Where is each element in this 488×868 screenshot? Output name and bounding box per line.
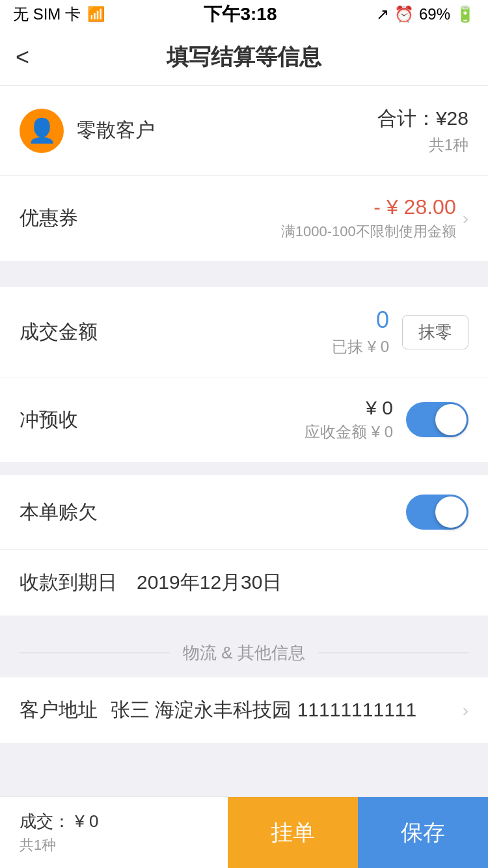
coupon-desc: 满1000-100不限制使用金额 xyxy=(281,222,456,241)
bottom-count-label: 共1种 xyxy=(20,835,208,855)
sim-label: 无 SIM 卡 xyxy=(13,4,81,25)
divider-1 xyxy=(0,274,488,287)
page-title: 填写结算等信息 xyxy=(167,42,321,72)
amount-sub: 已抹 ¥ 0 xyxy=(332,336,389,357)
transaction-card: 成交金额 0 已抹 ¥ 0 抹零 冲预收 ¥ 0 应收金额 ¥ 0 xyxy=(0,287,488,462)
hang-button[interactable]: 挂单 xyxy=(228,797,358,869)
customer-total: 合计：¥28 xyxy=(377,105,468,132)
pre-amount-wrap: ¥ 0 应收金额 ¥ 0 xyxy=(305,397,393,442)
status-bar: 无 SIM 卡 📶 下午3:18 ↗ ⏰ 69% 🔋 xyxy=(0,0,488,29)
amount-row: 成交金额 0 已抹 ¥ 0 抹零 xyxy=(0,287,488,377)
divider-2 xyxy=(0,462,488,475)
divider-3 xyxy=(0,616,488,629)
logistics-line-right xyxy=(318,653,468,653)
pre-amount: ¥ 0 xyxy=(305,397,393,419)
location-icon: ↗ xyxy=(376,5,389,23)
logistics-section-header: 物流 & 其他信息 xyxy=(0,629,488,677)
avatar: 👤 xyxy=(20,109,64,153)
bottom-left: 成交： ¥ 0 共1种 xyxy=(0,810,228,855)
status-left: 无 SIM 卡 📶 xyxy=(13,4,105,25)
credit-label: 本单赊欠 xyxy=(20,499,98,526)
wifi-icon: 📶 xyxy=(87,6,105,23)
amount-label: 成交金额 xyxy=(20,319,98,346)
toggle-knob xyxy=(435,404,467,435)
customer-row: 👤 零散客户 合计：¥28 共1种 xyxy=(0,86,488,175)
credit-card: 本单赊欠 收款到期日 2019年12月30日 xyxy=(0,475,488,616)
credit-toggle-knob xyxy=(435,496,467,528)
battery-icon: 🔋 xyxy=(455,5,475,23)
address-value: 张三 海淀永丰科技园 11111111111 xyxy=(111,697,463,724)
bottom-deal-label: 成交： ¥ 0 xyxy=(20,810,208,833)
back-button[interactable]: < xyxy=(16,44,29,71)
chevron-right-icon: › xyxy=(463,208,468,229)
customer-card: 👤 零散客户 合计：¥28 共1种 优惠券 - ¥ 28.00 满1000-10… xyxy=(0,86,488,261)
coupon-label: 优惠券 xyxy=(20,205,78,232)
coupon-right: - ¥ 28.00 满1000-100不限制使用金额 › xyxy=(281,195,468,241)
due-label: 收款到期日 xyxy=(20,569,117,596)
content: 👤 零散客户 合计：¥28 共1种 优惠券 - ¥ 28.00 满1000-10… xyxy=(0,86,488,834)
battery-label: 69% xyxy=(419,5,450,23)
bottom-bar: 成交： ¥ 0 共1种 挂单 保存 xyxy=(0,796,488,868)
coupon-info: - ¥ 28.00 满1000-100不限制使用金额 xyxy=(281,195,456,241)
pre-row: 冲预收 ¥ 0 应收金额 ¥ 0 xyxy=(0,377,488,462)
address-chevron-icon: › xyxy=(463,700,468,721)
due-value[interactable]: 2019年12月30日 xyxy=(137,569,282,596)
coupon-amount: - ¥ 28.00 xyxy=(281,195,456,219)
save-button[interactable]: 保存 xyxy=(358,797,488,869)
round-button[interactable]: 抹零 xyxy=(402,315,468,349)
pre-label: 冲预收 xyxy=(20,407,78,433)
customer-right: 合计：¥28 共1种 xyxy=(377,105,468,156)
pre-toggle[interactable] xyxy=(406,402,468,437)
alarm-icon: ⏰ xyxy=(394,5,414,23)
customer-count: 共1种 xyxy=(377,135,468,156)
credit-row: 本单赊欠 xyxy=(0,475,488,549)
coupon-row[interactable]: 优惠券 - ¥ 28.00 满1000-100不限制使用金额 › xyxy=(0,175,488,261)
status-right: ↗ ⏰ 69% 🔋 xyxy=(376,5,475,23)
avatar-icon: 👤 xyxy=(27,117,57,144)
customer-left: 👤 零散客户 xyxy=(20,109,155,153)
address-card: 客户地址 张三 海淀永丰科技园 11111111111 › xyxy=(0,677,488,743)
amount-value-wrap: 0 已抹 ¥ 0 xyxy=(332,306,389,357)
address-row[interactable]: 客户地址 张三 海淀永丰科技园 11111111111 › xyxy=(0,677,488,743)
logistics-text: 物流 & 其他信息 xyxy=(183,642,305,664)
address-label: 客户地址 xyxy=(20,697,98,724)
status-time: 下午3:18 xyxy=(204,2,277,27)
amount-value[interactable]: 0 xyxy=(332,306,389,334)
amount-right: 0 已抹 ¥ 0 抹零 xyxy=(332,306,468,357)
customer-name: 零散客户 xyxy=(77,117,155,144)
pre-right: ¥ 0 应收金额 ¥ 0 xyxy=(305,397,468,442)
nav-bar: < 填写结算等信息 xyxy=(0,29,488,86)
due-row: 收款到期日 2019年12月30日 xyxy=(0,549,488,616)
pre-sub: 应收金额 ¥ 0 xyxy=(305,422,393,442)
logistics-line-left xyxy=(20,653,170,653)
credit-toggle[interactable] xyxy=(406,495,468,530)
